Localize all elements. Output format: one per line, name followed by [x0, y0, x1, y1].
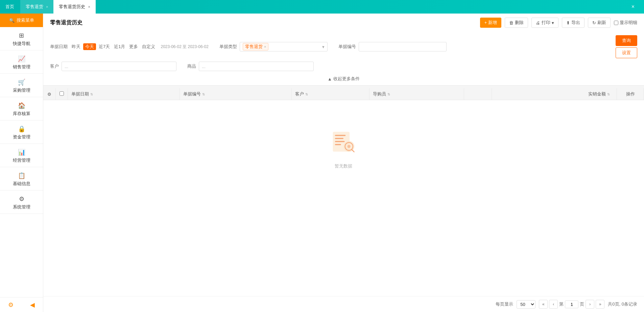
- customer-filter-select[interactable]: ...: [62, 62, 176, 71]
- sidebar-item-inventory[interactable]: 🏠 库存核算: [0, 97, 43, 120]
- svg-rect-3: [335, 141, 345, 142]
- page-next-button[interactable]: ›: [586, 300, 594, 309]
- page-total: 共0页, 0条记录: [608, 301, 637, 307]
- table-area: ⚙ 单据日期 ⇅ 单据编号: [43, 88, 644, 296]
- tab-retail-return-history[interactable]: 零售退货历史 ×: [53, 0, 95, 14]
- customer-filter-group: 客户 ...: [50, 62, 176, 71]
- show-detail-checkbox[interactable]: [614, 21, 618, 25]
- sidebar-search[interactable]: 🔍 搜索菜单: [0, 14, 43, 27]
- number-filter-label: 单据编号: [338, 44, 356, 50]
- goods-filter-select[interactable]: ...: [199, 62, 314, 71]
- type-tag: 零售退货 ×: [243, 43, 268, 50]
- table-body: 暂无数据: [43, 100, 644, 197]
- collapse-conditions-button[interactable]: ▲ 收起更多条件: [328, 76, 360, 82]
- collapse-sidebar-icon[interactable]: ◀: [30, 301, 35, 309]
- action-buttons: 查询 设置: [616, 35, 637, 58]
- page-prev-button[interactable]: ‹: [549, 300, 558, 309]
- goods-dotdot: ...: [202, 64, 206, 69]
- new-button[interactable]: + 新增: [480, 18, 501, 28]
- sidebar-item-operations[interactable]: 📊 经营管理: [0, 144, 43, 167]
- page-number-input[interactable]: [565, 300, 578, 308]
- date-opt-7days[interactable]: 近7天: [97, 43, 111, 50]
- page-last-button[interactable]: »: [596, 300, 604, 309]
- svg-rect-4: [335, 144, 341, 146]
- print-button[interactable]: 🖨 打印 ▾: [531, 18, 558, 28]
- table-header-settings[interactable]: ⚙: [43, 88, 55, 100]
- main-layout: 🔍 搜索菜单 ⊞ 快捷导航 📈 销售管理 🛒 采购管理 🏠 库存核算 🔒: [0, 14, 644, 312]
- finance-icon: 🔒: [18, 125, 25, 133]
- content-area: 零售退货历史 + 新增 🗑 删除 🖨 打印 ▾ ⬆: [43, 14, 644, 312]
- sidebar-item-label: 采购管理: [13, 87, 30, 93]
- date-opt-custom[interactable]: 自定义: [141, 43, 157, 50]
- date-opt-1month[interactable]: 近1月: [113, 43, 126, 50]
- per-page-select[interactable]: 50 10 20 100: [517, 300, 535, 309]
- window-close-button[interactable]: ×: [627, 4, 639, 10]
- sidebar-item-quick-nav[interactable]: ⊞ 快捷导航: [0, 27, 43, 50]
- per-page-label: 每页显示: [496, 301, 513, 307]
- table-header-customer: 客户 ⇅: [291, 88, 369, 100]
- tab-close-retail-return-history[interactable]: ×: [88, 5, 90, 9]
- query-button[interactable]: 查询: [616, 35, 637, 46]
- export-button[interactable]: ⬆ 导出: [562, 18, 585, 28]
- sort-number[interactable]: 单据编号 ⇅: [183, 91, 288, 97]
- svg-rect-2: [335, 138, 343, 139]
- set-button[interactable]: 设置: [616, 47, 637, 58]
- sort-number-icon: ⇅: [202, 92, 205, 96]
- type-filter-label: 单据类型: [219, 44, 237, 50]
- sidebar: 🔍 搜索菜单 ⊞ 快捷导航 📈 销售管理 🛒 采购管理 🏠 库存核算 🔒: [0, 14, 43, 312]
- sidebar-item-sales-mgmt[interactable]: 📈 销售管理: [0, 50, 43, 74]
- tab-retail-return[interactable]: 零售退货 ×: [20, 0, 53, 14]
- filter-row-1: 单据日期 昨天 今天 近7天 近1月 更多 自定义 2023-06-02 至 2…: [50, 35, 637, 58]
- more-conditions: ▲ 收起更多条件: [50, 74, 637, 85]
- delete-button[interactable]: 🗑 删除: [505, 18, 528, 28]
- page-suffix: 页: [580, 301, 584, 307]
- sidebar-bottom: ⚙ ◀: [0, 297, 43, 312]
- sidebar-item-purchase-mgmt[interactable]: 🛒 采购管理: [0, 74, 43, 97]
- quick-nav-icon: ⊞: [19, 32, 24, 39]
- sort-date[interactable]: 单据日期 ⇅: [71, 91, 176, 97]
- sort-customer-icon: ⇅: [305, 92, 308, 96]
- date-filter-options: 昨天 今天 近7天 近1月 更多 自定义: [70, 43, 157, 50]
- settings-bottom-icon[interactable]: ⚙: [8, 301, 14, 309]
- table-header-guide: 导购员 ⇅: [369, 88, 464, 100]
- goods-filter-label: 商品: [187, 63, 196, 69]
- sidebar-item-finance[interactable]: 🔒 资金管理: [0, 120, 43, 144]
- sort-customer[interactable]: 客户 ⇅: [295, 91, 366, 97]
- table-header-checkbox: [55, 88, 68, 100]
- basic-info-icon: 📋: [18, 172, 25, 179]
- date-opt-today[interactable]: 今天: [83, 43, 96, 50]
- refresh-button[interactable]: ↻ 刷新: [588, 18, 611, 28]
- delete-icon: 🗑: [509, 20, 514, 25]
- table-header-date: 单据日期 ⇅: [68, 88, 180, 100]
- date-opt-yesterday[interactable]: 昨天: [70, 43, 82, 50]
- page-header: 零售退货历史 + 新增 🗑 删除 🖨 打印 ▾ ⬆: [43, 14, 644, 86]
- show-detail-checkbox-label[interactable]: 显示明细: [614, 20, 637, 26]
- page-first-button[interactable]: «: [539, 300, 548, 309]
- tab-home[interactable]: 首页: [0, 0, 20, 14]
- number-filter-input[interactable]: [359, 42, 447, 51]
- operations-icon: 📊: [18, 149, 25, 156]
- sidebar-item-label: 快捷导航: [13, 41, 30, 47]
- type-filter-group: 单据类型 零售退货 × ▾: [219, 42, 328, 51]
- empty-state: 暂无数据: [43, 100, 644, 196]
- tab-close-retail-return[interactable]: ×: [46, 5, 48, 9]
- sidebar-item-label: 库存核算: [13, 111, 30, 117]
- type-filter-select[interactable]: 零售退货 × ▾: [240, 42, 328, 51]
- top-bar: 首页 零售退货 × 零售退货历史 × ×: [0, 0, 644, 14]
- select-all-checkbox[interactable]: [59, 91, 64, 96]
- sort-date-icon: ⇅: [90, 92, 93, 96]
- collapse-icon: ▲: [328, 76, 332, 82]
- sales-icon: 📈: [18, 55, 25, 63]
- sort-guide[interactable]: 导购员 ⇅: [373, 91, 460, 97]
- table-header: ⚙ 单据日期 ⇅ 单据编号: [43, 88, 644, 100]
- sidebar-item-system[interactable]: ⚙ 系统管理: [0, 191, 43, 214]
- empty-state-icon: [328, 127, 359, 158]
- date-opt-more[interactable]: 更多: [128, 43, 139, 50]
- date-range-text: 2023-06-02 至 2023-06-02: [161, 44, 208, 50]
- sidebar-search-label: 搜索菜单: [17, 17, 34, 23]
- sidebar-item-basic-info[interactable]: 📋 基础信息: [0, 167, 43, 191]
- goods-filter-group: 商品 ...: [187, 62, 314, 71]
- export-icon: ⬆: [566, 20, 570, 25]
- type-tag-close[interactable]: ×: [264, 45, 266, 49]
- sort-amount[interactable]: 实销金额 ⇅: [495, 91, 610, 97]
